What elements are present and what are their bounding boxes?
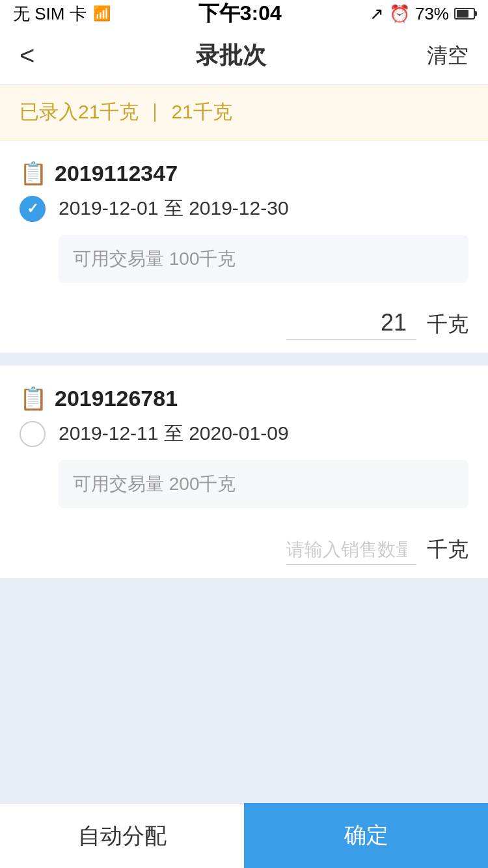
alarm-icon: ⏰ (389, 4, 410, 24)
bottom-buttons: 自动分配 确定 (0, 803, 488, 868)
clear-button[interactable]: 清空 (427, 42, 468, 70)
battery-icon (454, 8, 475, 20)
quantity-unit-2: 千克 (427, 536, 468, 564)
confirm-button[interactable]: 确定 (244, 803, 488, 868)
nav-bar: < 录批次 清空 (0, 27, 488, 85)
summary-banner: 已录入21千克 21千克 (0, 85, 488, 141)
quantity-input-wrapper-1 (20, 309, 416, 340)
carrier-text: 无 SIM 卡 (13, 3, 87, 25)
quantity-row-1: 千克 (0, 299, 488, 353)
batch-header-1: 📋 2019112347 (20, 160, 468, 186)
auto-distribute-button[interactable]: 自动分配 (0, 803, 244, 868)
quantity-input-1[interactable] (286, 309, 416, 340)
status-left: 无 SIM 卡 📶 (13, 3, 111, 25)
status-time: 下午3:04 (198, 0, 282, 28)
batch-date-1: 2019-12-01 至 2019-12-30 (59, 195, 289, 222)
doc-icon-2: 📋 (20, 385, 47, 411)
summary-divider (154, 103, 156, 122)
batch-avail-box-2: 可用交易量 200千克 (59, 460, 468, 508)
batch-date-row-1: 2019-12-01 至 2019-12-30 (20, 195, 468, 222)
batch-card-2: 📋 2019126781 2019-12-11 至 2020-01-09 可用交… (0, 366, 488, 578)
battery-percent: 73% (415, 4, 449, 24)
quantity-unit-1: 千克 (427, 310, 468, 339)
batch-card-1: 📋 2019112347 2019-12-01 至 2019-12-30 可用交… (0, 141, 488, 353)
batch-header-2: 📋 2019126781 (20, 385, 468, 411)
batch-avail-text-1: 可用交易量 100千克 (73, 249, 236, 269)
section-separator (0, 353, 488, 366)
batch-avail-text-2: 可用交易量 200千克 (73, 474, 236, 494)
status-bar: 无 SIM 卡 📶 下午3:04 ↗ ⏰ 73% (0, 0, 488, 27)
summary-recorded-label: 已录入21千克 (20, 99, 139, 126)
radio-button-2[interactable] (20, 421, 46, 447)
batch-item-2: 📋 2019126781 2019-12-11 至 2020-01-09 可用交… (0, 366, 488, 508)
wifi-icon: 📶 (93, 5, 111, 22)
status-right: ↗ ⏰ 73% (370, 4, 475, 24)
doc-icon-1: 📋 (20, 160, 47, 186)
quantity-input-2[interactable] (286, 534, 416, 565)
quantity-row-2: 千克 (0, 524, 488, 578)
back-button[interactable]: < (20, 41, 34, 70)
batch-item-1: 📋 2019112347 2019-12-01 至 2019-12-30 可用交… (0, 141, 488, 283)
quantity-input-wrapper-2 (20, 534, 416, 565)
radio-button-1[interactable] (20, 196, 46, 222)
location-icon: ↗ (370, 4, 384, 24)
batch-avail-box-1: 可用交易量 100千克 (59, 235, 468, 283)
batch-number-1: 2019112347 (55, 161, 178, 186)
batch-number-2: 2019126781 (55, 386, 178, 411)
page-title: 录批次 (196, 40, 266, 72)
batch-date-row-2: 2019-12-11 至 2020-01-09 (20, 420, 468, 447)
summary-value: 21千克 (171, 99, 232, 126)
batch-date-2: 2019-12-11 至 2020-01-09 (59, 420, 289, 447)
